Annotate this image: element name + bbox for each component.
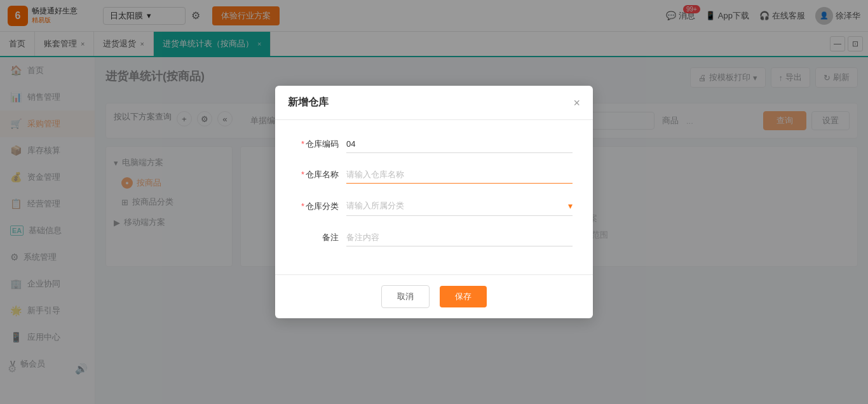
remark-field-row: 备注	[295, 229, 573, 246]
modal-overlay: 新增仓库 × 仓库编码 仓库名称 仓库分类 请输入所属分类 ▾	[0, 0, 868, 404]
cancel-button[interactable]: 取消	[381, 285, 430, 308]
code-field-row: 仓库编码	[295, 135, 573, 153]
category-field-row: 仓库分类 请输入所属分类 ▾	[295, 196, 573, 216]
code-label: 仓库编码	[295, 138, 346, 150]
save-button[interactable]: 保存	[440, 286, 487, 307]
code-input[interactable]	[346, 135, 573, 153]
add-warehouse-modal: 新增仓库 × 仓库编码 仓库名称 仓库分类 请输入所属分类 ▾	[275, 86, 593, 318]
modal-header: 新增仓库 ×	[275, 86, 593, 120]
modal-title: 新增仓库	[288, 96, 329, 109]
modal-close-button[interactable]: ×	[573, 97, 580, 109]
remark-input[interactable]	[346, 229, 573, 246]
modal-footer: 取消 保存	[275, 274, 593, 318]
modal-body: 仓库编码 仓库名称 仓库分类 请输入所属分类 ▾ 备注	[275, 120, 593, 274]
category-placeholder: 请输入所属分类	[346, 200, 568, 212]
name-input[interactable]	[346, 166, 573, 184]
name-label: 仓库名称	[295, 169, 346, 180]
remark-label: 备注	[295, 232, 346, 243]
category-label: 仓库分类	[295, 201, 346, 212]
category-select[interactable]: 请输入所属分类 ▾	[346, 196, 573, 216]
name-field-row: 仓库名称	[295, 166, 573, 184]
category-arrow-icon: ▾	[568, 201, 573, 211]
